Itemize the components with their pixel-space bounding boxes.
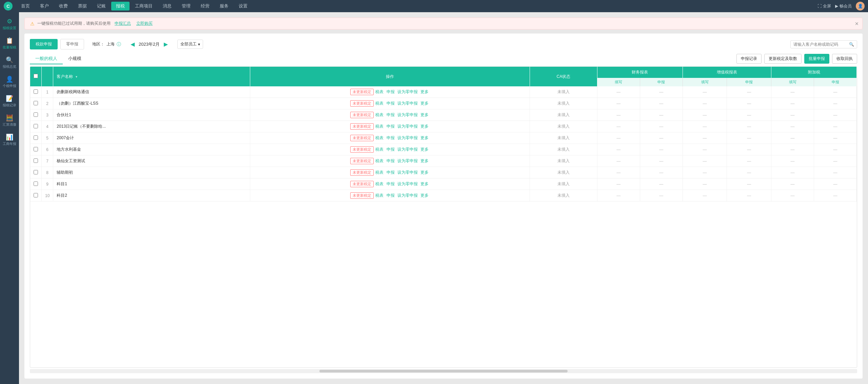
op-btn-0[interactable]: 税表 <box>375 89 383 94</box>
op-btn-3[interactable]: 更多 <box>420 170 429 175</box>
status-badge[interactable]: 未更新税定 <box>350 192 374 199</box>
banner-close-button[interactable]: ✕ <box>855 21 859 26</box>
nav-client[interactable]: 客户 <box>35 2 54 10</box>
fullscreen-button[interactable]: ⛶ 全屏 <box>817 3 831 9</box>
banner-link-summary[interactable]: 申报汇总 <box>115 21 131 26</box>
op-btn-1[interactable]: 申报 <box>387 89 395 94</box>
batch-report-button[interactable]: 批量申报 <box>804 54 829 64</box>
op-btn-0[interactable]: 税表 <box>375 170 383 175</box>
op-btn-3[interactable]: 更多 <box>420 112 429 117</box>
row-checkbox[interactable] <box>34 193 38 197</box>
nav-invoice[interactable]: 票据 <box>73 2 92 10</box>
sidebar-item-baoshuizonglan[interactable]: 🔍 报税总览 <box>0 54 19 71</box>
sub-tab-small[interactable]: 小规模 <box>63 54 87 64</box>
prev-month-button[interactable]: ◀ <box>129 41 136 47</box>
op-btn-2[interactable]: 设为零申报 <box>397 182 418 186</box>
search-icon[interactable]: 🔍 <box>849 42 854 47</box>
op-btn-1[interactable]: 申报 <box>387 158 395 163</box>
op-btn-2[interactable]: 设为零申报 <box>397 89 418 94</box>
row-checkbox[interactable] <box>34 158 38 163</box>
row-checkbox[interactable] <box>34 170 38 174</box>
row-checkbox[interactable] <box>34 101 38 105</box>
op-btn-0[interactable]: 税表 <box>375 193 383 198</box>
tab-ling-shenabao[interactable]: 零申报 <box>60 39 84 49</box>
op-btn-2[interactable]: 设为零申报 <box>397 135 418 140</box>
op-btn-2[interactable]: 设为零申报 <box>397 147 418 152</box>
op-btn-3[interactable]: 更多 <box>420 124 429 129</box>
staff-filter[interactable]: 全部员工 ▾ <box>177 40 203 49</box>
op-btn-0[interactable]: 税表 <box>375 112 383 117</box>
op-btn-3[interactable]: 更多 <box>420 158 429 163</box>
op-btn-3[interactable]: 更多 <box>420 147 429 152</box>
nav-message[interactable]: 消息 <box>158 2 176 10</box>
scroll-thumb[interactable] <box>319 370 568 372</box>
row-checkbox[interactable] <box>34 112 38 117</box>
nav-home[interactable]: 首页 <box>16 2 35 10</box>
op-btn-3[interactable]: 更多 <box>420 89 429 94</box>
region-info-icon[interactable]: ⓘ <box>117 41 121 47</box>
sort-icon[interactable]: ▾ <box>76 75 77 79</box>
op-btn-3[interactable]: 更多 <box>420 101 429 106</box>
op-btn-0[interactable]: 税表 <box>375 182 383 186</box>
status-badge[interactable]: 未更新税定 <box>350 169 374 176</box>
row-checkbox[interactable] <box>34 147 38 151</box>
op-btn-2[interactable]: 设为零申报 <box>397 170 418 175</box>
sidebar-item-baoshuishezhi[interactable]: ⚙ 报税设置 <box>0 15 19 33</box>
op-btn-1[interactable]: 申报 <box>387 124 395 129</box>
search-input[interactable] <box>793 42 848 47</box>
app-logo[interactable]: C <box>3 1 13 11</box>
op-btn-1[interactable]: 申报 <box>387 101 395 106</box>
sidebar-item-baozhujilu[interactable]: 📝 报税记录 <box>0 92 19 110</box>
member-button[interactable]: ▶ 畅会员 <box>835 3 852 9</box>
op-btn-1[interactable]: 申报 <box>387 135 395 140</box>
sidebar-item-huisuanqingchu[interactable]: 🧮 汇算清缴 <box>0 111 19 129</box>
op-btn-3[interactable]: 更多 <box>420 193 429 198</box>
op-btn-3[interactable]: 更多 <box>420 135 429 140</box>
op-btn-1[interactable]: 申报 <box>387 170 395 175</box>
status-badge[interactable]: 未更新税定 <box>350 123 374 130</box>
nav-tax[interactable]: 报税 <box>111 2 130 10</box>
nav-fee[interactable]: 收费 <box>54 2 73 10</box>
status-badge[interactable]: 未更新税定 <box>350 89 374 95</box>
status-badge[interactable]: 未更新税定 <box>350 146 374 153</box>
op-btn-2[interactable]: 设为零申报 <box>397 193 418 198</box>
sidebar-item-piliangshuibao[interactable]: 📋 批量报税 <box>0 34 19 52</box>
status-badge[interactable]: 未更新税定 <box>350 181 374 187</box>
user-avatar[interactable]: 👤 <box>856 2 865 10</box>
nav-manage[interactable]: 管理 <box>177 2 195 10</box>
status-badge[interactable]: 未更新税定 <box>350 135 374 141</box>
op-btn-1[interactable]: 申报 <box>387 182 395 186</box>
sub-tab-general[interactable]: 一般的税人 <box>30 54 63 64</box>
op-btn-2[interactable]: 设为零申报 <box>397 124 418 129</box>
tab-shuikuan-shenabao[interactable]: 税款申报 <box>30 39 58 49</box>
report-record-button[interactable]: 申报记录 <box>736 54 762 64</box>
row-checkbox[interactable] <box>34 89 38 94</box>
next-month-button[interactable]: ▶ <box>162 41 169 47</box>
collect-receipt-button[interactable]: 收取回执 <box>832 54 857 64</box>
row-checkbox[interactable] <box>34 135 38 140</box>
op-btn-0[interactable]: 税表 <box>375 158 383 163</box>
op-btn-0[interactable]: 税表 <box>375 124 383 129</box>
op-btn-1[interactable]: 申报 <box>387 147 395 152</box>
op-btn-3[interactable]: 更多 <box>420 182 429 186</box>
nav-settings[interactable]: 设置 <box>234 2 252 10</box>
nav-operation[interactable]: 经营 <box>196 2 214 10</box>
op-btn-0[interactable]: 税表 <box>375 147 383 152</box>
status-badge[interactable]: 未更新税定 <box>350 112 374 118</box>
row-checkbox[interactable] <box>34 182 38 186</box>
horizontal-scrollbar[interactable] <box>30 369 857 373</box>
nav-account[interactable]: 记账 <box>92 2 111 10</box>
sidebar-item-gongshangnianbao[interactable]: 📊 工商年报 <box>0 131 19 149</box>
update-button[interactable]: 更新税定及取数 <box>764 54 802 64</box>
op-btn-0[interactable]: 税表 <box>375 101 383 106</box>
op-btn-0[interactable]: 税表 <box>375 135 383 140</box>
banner-link-buy[interactable]: 立即购买 <box>136 21 153 26</box>
op-btn-1[interactable]: 申报 <box>387 112 395 117</box>
select-all-checkbox[interactable] <box>34 74 38 78</box>
sidebar-item-geshuishenbao[interactable]: 👤 个税申报 <box>0 73 19 91</box>
row-checkbox[interactable] <box>34 124 38 128</box>
op-btn-2[interactable]: 设为零申报 <box>397 158 418 163</box>
op-btn-1[interactable]: 申报 <box>387 193 395 198</box>
nav-service[interactable]: 服务 <box>215 2 233 10</box>
nav-commerce[interactable]: 工商项目 <box>130 2 157 10</box>
